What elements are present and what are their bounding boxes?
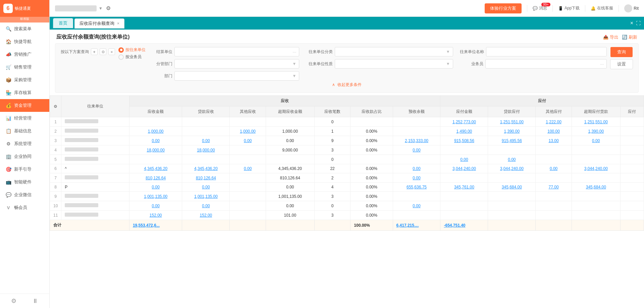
sidebar-item-finance[interactable]: 💰 资金管理 (0, 99, 49, 112)
table-cell[interactable] (572, 211, 620, 220)
sidebar-item-marketing[interactable]: 📣 营销推广 (0, 48, 49, 61)
table-cell[interactable] (230, 145, 266, 155)
table-cell-link[interactable]: 0.00 (182, 183, 230, 192)
table-cell[interactable] (536, 201, 572, 211)
sidebar-item-basic-info[interactable]: 📋 基础信息 (0, 125, 49, 137)
sidebar-item-wechat[interactable]: 💬 企业微信 (0, 188, 49, 201)
table-cell[interactable] (440, 211, 488, 220)
scheme-settings-icon[interactable]: ⊙ (100, 48, 106, 55)
collapse-button[interactable]: ∧ 收起更多条件 (61, 81, 633, 89)
table-cell[interactable] (393, 211, 440, 220)
table-cell[interactable] (488, 145, 536, 155)
table-cell[interactable] (536, 211, 572, 220)
table-cell-link[interactable]: 0.00 (440, 155, 488, 164)
table-cell-link[interactable]: 1,490.00 (440, 127, 488, 136)
table-cell[interactable] (129, 155, 182, 164)
table-cell-link[interactable]: 0.00 (182, 201, 230, 211)
table-cell-link[interactable]: 1,252,773.00 (440, 117, 488, 127)
user-avatar[interactable]: Rit (624, 4, 639, 12)
table-cell-link[interactable]: 0.00 (572, 136, 620, 145)
table-cell-link[interactable]: 0.00 (488, 155, 536, 164)
table-cell-link[interactable]: 0.00 (393, 173, 440, 183)
table-cell[interactable] (536, 192, 572, 201)
table-cell[interactable] (536, 145, 572, 155)
staff-input[interactable]: ··· (485, 59, 607, 69)
table-cell-link[interactable]: 1,222.00 (536, 117, 572, 127)
unit-nature-select[interactable]: ▼ (335, 59, 453, 69)
table-cell-link[interactable]: 655,636.75 (393, 183, 440, 192)
sidebar-item-sales[interactable]: 🛒 销售管理 (0, 61, 49, 74)
table-cell[interactable] (230, 155, 266, 164)
filter-by-staff[interactable]: 按业务员 (118, 54, 146, 60)
tab-home[interactable]: 首页 (53, 18, 73, 28)
table-cell[interactable] (230, 117, 266, 127)
online-service-button[interactable]: 🔔 在线客服 (591, 5, 613, 11)
unit-name-text-input[interactable] (489, 49, 604, 54)
table-cell-link[interactable]: 1,390.00 (488, 127, 536, 136)
settings-icon[interactable]: ⚙ (11, 297, 16, 305)
table-cell[interactable] (440, 192, 488, 201)
filter-by-unit[interactable]: 按往来单位 (118, 47, 146, 53)
table-cell[interactable] (230, 211, 266, 220)
table-cell-link[interactable]: 13.00 (536, 136, 572, 145)
unit-name-input[interactable] (486, 47, 607, 56)
unit-category-select[interactable]: ▼ (335, 47, 453, 56)
tab-close-all-icon[interactable]: × (630, 20, 633, 26)
table-cell[interactable] (572, 192, 620, 201)
table-cell-link[interactable]: 3,044,240.00 (488, 164, 536, 173)
add-scheme-icon[interactable]: + (91, 48, 98, 55)
table-cell[interactable] (440, 145, 488, 155)
refresh-button[interactable]: 🔄 刷新 (622, 34, 637, 40)
table-cell[interactable] (182, 155, 230, 164)
table-cell-link[interactable]: 810,126.64 (129, 173, 182, 183)
table-cell[interactable] (488, 192, 536, 201)
table-cell-link[interactable]: 1,001,135.00 (129, 192, 182, 201)
table-cell-link[interactable]: 915,495.56 (488, 136, 536, 145)
table-cell-link[interactable]: 0.00 (230, 136, 266, 145)
sidebar-item-system[interactable]: ⚙ 系统管理 (0, 137, 49, 150)
tab-expand-icon[interactable]: ⛶ (636, 20, 641, 26)
table-cell[interactable] (536, 173, 572, 183)
query-button[interactable]: 查询 (610, 47, 633, 57)
tab-close-icon[interactable]: × (117, 21, 119, 26)
division-dept-select[interactable]: ▼ (174, 71, 299, 81)
table-cell-link[interactable]: 1,001,135.00 (182, 192, 230, 201)
table-cell-link[interactable]: 2,153,333.00 (393, 136, 440, 145)
table-cell[interactable] (182, 127, 230, 136)
table-cell[interactable] (440, 201, 488, 211)
table-cell[interactable] (572, 173, 620, 183)
table-cell-link[interactable]: 1,251,551.00 (488, 117, 536, 127)
sidebar-item-quick-nav[interactable]: 🏠 快捷导航 (0, 35, 49, 48)
table-cell[interactable] (488, 173, 536, 183)
table-cell-link[interactable]: 3,044,240.00 (572, 164, 620, 173)
table-cell-link[interactable]: 345,761.00 (440, 183, 488, 192)
footer-ap-amount[interactable]: -654,751.40 (440, 220, 488, 231)
table-cell-link[interactable]: 0.00 (129, 201, 182, 211)
table-cell-link[interactable]: 345,684.00 (572, 183, 620, 192)
promo-button[interactable]: 体验行业方案 (485, 3, 522, 13)
table-cell-link[interactable]: 0.00 (393, 164, 440, 173)
table-cell[interactable] (393, 127, 440, 136)
breadcrumb-chevron-icon[interactable]: ▼ (99, 6, 103, 11)
table-cell[interactable] (488, 201, 536, 211)
table-cell-link[interactable]: 152.00 (129, 211, 182, 220)
table-cell[interactable] (536, 155, 572, 164)
footer-ar-amount[interactable]: 19,553,472,6... (129, 220, 182, 231)
sidebar-item-vip[interactable]: V 畅会员 (0, 201, 49, 214)
table-cell[interactable] (230, 201, 266, 211)
table-cell-link[interactable]: 0.00 (230, 164, 266, 173)
table-cell[interactable] (230, 192, 266, 201)
app-download-button[interactable]: 📱 App下载 (558, 5, 580, 11)
table-cell-link[interactable]: 1,251,551.00 (572, 117, 620, 127)
table-cell-link[interactable]: 0.00 (393, 145, 440, 155)
sidebar-item-warehouse[interactable]: 🏪 库存核算 (0, 86, 49, 99)
footer-ar-prepay[interactable]: 6,417,215.... (393, 220, 440, 231)
table-cell-link[interactable]: 915,508.56 (440, 136, 488, 145)
table-cell-link[interactable]: 1,000.00 (129, 127, 182, 136)
table-cell[interactable] (572, 201, 620, 211)
table-cell[interactable] (572, 145, 620, 155)
table-cell[interactable] (393, 192, 440, 201)
tab-ar-query[interactable]: 应收应付余额查询 × (74, 18, 124, 29)
table-cell-link[interactable]: 4,345,436.20 (182, 164, 230, 173)
setting-button[interactable]: 设置 (610, 59, 633, 69)
